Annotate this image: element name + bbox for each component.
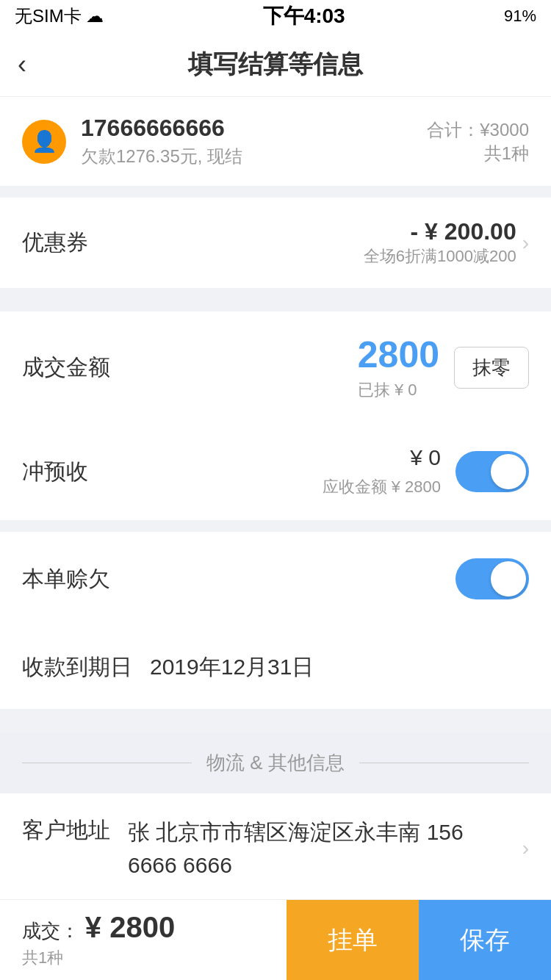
bottom-count: 共1种: [22, 947, 264, 969]
chongyu-right: ¥ 0 应收金额 ¥ 2800: [323, 445, 529, 498]
duedate-label: 收款到期日: [22, 652, 132, 682]
bensingle-section: 本单赊欠: [0, 532, 551, 626]
sim-status: 无SIM卡 ☁: [15, 4, 104, 28]
bensingle-label: 本单赊欠: [22, 564, 110, 594]
customer-count: 共1种: [427, 142, 529, 165]
amount-value-block: 2800 已抹 ¥ 0: [358, 334, 439, 401]
amount-row: 成交金额 2800 已抹 ¥ 0 抹零: [22, 311, 529, 423]
page-title: 填写结算等信息: [188, 48, 363, 82]
chongyu-row: 冲预收 ¥ 0 应收金额 ¥ 2800: [22, 423, 529, 520]
duedate-section: 收款到期日 2019年12月31日: [0, 626, 551, 709]
address-value: 张 北京市市辖区海淀区永丰南 156 6666 6666: [128, 815, 505, 882]
logistics-line-right: [359, 763, 529, 763]
coupon-chevron-icon: ›: [522, 231, 529, 255]
amount-value: 2800: [358, 334, 439, 376]
coupon-discount: - ¥ 200.00: [364, 218, 516, 245]
chongyu-label: 冲预收: [22, 457, 88, 487]
save-button[interactable]: 保存: [419, 900, 551, 981]
content-area: 👤 17666666666 欠款1276.35元, 现结 合计：¥3000 共1…: [0, 97, 551, 980]
duedate-value: 2019年12月31日: [150, 652, 314, 682]
chongyu-value-block: ¥ 0 应收金额 ¥ 2800: [323, 445, 441, 498]
chongyu-section: 冲预收 ¥ 0 应收金额 ¥ 2800: [0, 423, 551, 520]
bensingle-toggle[interactable]: [455, 558, 529, 599]
customer-total: 合计：¥3000 共1种: [427, 118, 529, 165]
address-section: 客户地址 张 北京市市辖区海淀区永丰南 156 6666 6666 ›: [0, 793, 551, 904]
address-row[interactable]: 客户地址 张 北京市市辖区海淀区永丰南 156 6666 6666 ›: [22, 793, 529, 904]
bottom-deal-label: 成交：: [22, 920, 79, 942]
status-time: 下午4:03: [263, 2, 345, 30]
customer-left: 👤 17666666666 欠款1276.35元, 现结: [22, 115, 242, 168]
status-bar: 无SIM卡 ☁ 下午4:03 91%: [0, 0, 551, 32]
bottom-bar: 成交： ¥ 2800 共1种 挂单 保存: [0, 899, 551, 980]
address-chevron-icon: ›: [522, 837, 529, 860]
status-left: 无SIM卡 ☁: [15, 4, 104, 28]
bottom-deal-line: 成交： ¥ 2800: [22, 911, 264, 944]
chongyu-toggle[interactable]: [455, 451, 529, 492]
total-label: 合计：¥3000: [427, 118, 529, 142]
status-right: 91%: [504, 7, 536, 26]
customer-row: 👤 17666666666 欠款1276.35元, 现结 合计：¥3000 共1…: [0, 97, 551, 186]
nav-bar: ‹ 填写结算等信息: [0, 32, 551, 97]
bottom-info: 成交： ¥ 2800 共1种: [0, 911, 287, 969]
divider-1: [0, 300, 551, 311]
divider-2: [0, 520, 551, 532]
duedate-row: 收款到期日 2019年12月31日: [22, 626, 529, 709]
battery-icon: 91%: [504, 7, 536, 26]
logistics-line-left: [22, 763, 192, 763]
coupon-desc: 全场6折满1000减200: [364, 245, 516, 267]
customer-phone: 17666666666: [81, 115, 242, 142]
already-offset: 已抹 ¥ 0: [358, 379, 439, 401]
amount-section: 成交金额 2800 已抹 ¥ 0 抹零: [0, 311, 551, 423]
avatar: 👤: [22, 120, 66, 164]
coupon-row[interactable]: 优惠券 - ¥ 200.00 全场6折满1000减200 ›: [0, 198, 551, 288]
logistics-text: 物流 & 其他信息: [206, 750, 345, 776]
customer-info: 17666666666 欠款1276.35元, 现结: [81, 115, 242, 168]
logistics-header: 物流 & 其他信息: [0, 732, 551, 793]
customer-subtext: 欠款1276.35元, 现结: [81, 145, 242, 168]
chongyu-sub: 应收金额 ¥ 2800: [323, 476, 441, 498]
bensingle-row: 本单赊欠: [22, 532, 529, 626]
address-label: 客户地址: [22, 815, 110, 846]
hang-button[interactable]: 挂单: [287, 900, 419, 981]
amount-right: 2800 已抹 ¥ 0 抹零: [358, 334, 529, 401]
coupon-right: - ¥ 200.00 全场6折满1000减200 ›: [364, 218, 529, 267]
coupon-label: 优惠券: [22, 228, 88, 258]
amount-label: 成交金额: [22, 353, 110, 383]
chongyu-value: ¥ 0: [410, 445, 441, 470]
round-zero-button[interactable]: 抹零: [454, 347, 529, 389]
back-button[interactable]: ‹: [18, 49, 26, 80]
divider-3: [0, 721, 551, 732]
coupon-value-block: - ¥ 200.00 全场6折满1000减200: [364, 218, 516, 267]
bottom-deal-amount: ¥ 2800: [85, 911, 175, 943]
